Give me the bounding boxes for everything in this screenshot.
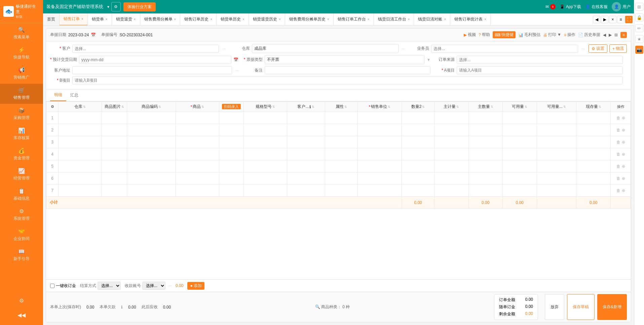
tab-sales-doc[interactable]: 销货单 × (88, 13, 112, 26)
row-2-warehouse[interactable] (59, 124, 102, 136)
row-3-spec[interactable] (244, 136, 287, 148)
row-6-warehouse[interactable] (59, 172, 102, 185)
row-4-attr[interactable] (325, 148, 357, 160)
row-1-copy-btn[interactable]: ⊕ (622, 116, 625, 120)
sidebar-item-sales[interactable]: 🛒 销售管理 (0, 84, 43, 104)
row-4-stock[interactable] (576, 148, 611, 160)
row-3-avail2[interactable] (537, 136, 576, 148)
address-more[interactable]: ··· (235, 68, 238, 72)
tab-sales-order-close[interactable]: × (81, 17, 83, 21)
warehouse-more[interactable]: ··· (402, 47, 405, 51)
row-7-main-qty[interactable] (468, 185, 503, 197)
tab-expense-history-close[interactable]: × (327, 17, 329, 21)
staff-more[interactable]: ··· (581, 47, 584, 51)
row-2-main-unit[interactable] (434, 124, 468, 136)
discard-button[interactable]: 放弃 (545, 294, 564, 320)
row-6-unit[interactable] (357, 172, 402, 185)
tab-more-btn[interactable]: ≡ (617, 16, 624, 23)
calendar-icon[interactable]: 📅 (91, 33, 96, 37)
row-2-copy-btn[interactable]: ⊕ (622, 128, 625, 132)
account-select[interactable]: 选择... (142, 282, 165, 290)
row-7-copy-btn[interactable]: ⊕ (622, 188, 625, 193)
th-main-qty[interactable]: 主数量⇅ (468, 102, 503, 112)
row-2-customer-code[interactable] (287, 124, 325, 136)
tab-sales-order-history-close[interactable]: × (210, 17, 212, 21)
th-settings[interactable]: ⚙ (46, 102, 59, 112)
row-1-delete-btn[interactable]: 🗑 (616, 116, 620, 120)
row-6-delete-btn[interactable]: 🗑 (616, 176, 620, 181)
online-service-btn[interactable]: 👤 在线客服 (585, 4, 608, 10)
row-3-stock[interactable] (576, 136, 611, 148)
th-avail[interactable]: 可用量⇅ (503, 102, 537, 112)
gear-button[interactable]: ⚙ (111, 2, 121, 11)
customer-more[interactable]: ··· (222, 47, 225, 51)
tab-order-workbench-close[interactable]: × (368, 17, 370, 21)
row-1-stock[interactable] (576, 112, 611, 124)
tab-sales-doc-history[interactable]: 销货单历史 × (217, 13, 249, 26)
row-2-spec[interactable] (244, 124, 287, 136)
row-6-main-unit[interactable] (434, 172, 468, 185)
sidebar-item-purchase[interactable]: 📦 采购管理 (0, 104, 43, 124)
rs-star-icon[interactable]: ★ (635, 35, 643, 43)
tab-sales-order-history[interactable]: 销售订单历史 × (180, 13, 217, 26)
tab-sales-doc-close[interactable]: × (106, 17, 108, 21)
tab-sales-stats-close[interactable]: × (484, 17, 486, 21)
row-2-main-qty[interactable] (468, 124, 503, 136)
th-product-img[interactable]: 商品图片⇅ (102, 102, 127, 112)
prev-doc-btn[interactable]: ◀ (603, 33, 606, 37)
row-4-main-qty[interactable] (468, 148, 503, 160)
single-date-value[interactable]: 2023-03-24 (68, 33, 89, 37)
th-stock[interactable]: 现存量⇅ (576, 102, 611, 112)
row-6-avail[interactable] (503, 172, 537, 185)
message-icon-area[interactable]: ✉ 9 (545, 4, 556, 9)
row-3-main-qty[interactable] (468, 136, 503, 148)
row-7-product[interactable] (176, 185, 219, 197)
row-3-unit[interactable] (357, 136, 402, 148)
profit-forecast-btn[interactable]: 📊毛利预估 (518, 32, 540, 38)
help-btn[interactable]: ?帮助 (479, 32, 490, 38)
row-7-product-code[interactable] (127, 185, 176, 197)
sidebar-item-system[interactable]: ⚙ 系统管理 (0, 205, 43, 225)
rs-camera-icon[interactable]: 📷 (635, 46, 643, 54)
row-6-stock[interactable] (576, 172, 611, 185)
row-1-main-qty[interactable] (468, 112, 503, 124)
sidebar-item-inventory[interactable]: 📊 库存核算 (0, 124, 43, 144)
row-4-warehouse[interactable] (59, 148, 102, 160)
save-draft-button[interactable]: 保存草稿 (567, 294, 595, 320)
row-2-product[interactable] (176, 124, 219, 136)
tab-daily-reconcile-close[interactable]: × (444, 17, 446, 21)
row-4-copy-btn[interactable]: ⊕ (622, 152, 625, 157)
one-click-checkbox[interactable] (50, 284, 54, 288)
row-4-main-unit[interactable] (434, 148, 468, 160)
video-btn[interactable]: ▶视频 (464, 32, 476, 38)
row-4-product-code[interactable] (127, 148, 176, 160)
row-7-avail2[interactable] (537, 185, 576, 197)
tab-sales-expense[interactable]: 销售费用分摊单 × (140, 13, 181, 26)
sidebar-item-operations[interactable]: 📈 经营管理 (0, 164, 43, 185)
tab-daily-reconcile[interactable]: 钱货日清对账 × (414, 13, 450, 26)
row-3-main-unit[interactable] (434, 136, 468, 148)
row-4-product[interactable] (176, 148, 219, 160)
row-5-avail2[interactable] (537, 160, 576, 172)
tab-return-history[interactable]: 销货退货历史 × (249, 13, 285, 26)
row-3-delete-btn[interactable]: 🗑 (616, 140, 620, 145)
row-5-main-qty[interactable] (468, 160, 503, 172)
tab-order-workbench[interactable]: 销售订单工作台 × (334, 13, 374, 26)
sidebar-item-finance[interactable]: 💰 资金管理 (0, 144, 43, 164)
row-1-avail2[interactable] (537, 112, 576, 124)
save-new-button[interactable]: 保存&新增 (597, 294, 627, 320)
th-avail2[interactable]: 可用量...⇅ (537, 102, 576, 112)
staff-input[interactable] (431, 45, 578, 53)
tab-sales-stats[interactable]: 销售订单统计表 × (450, 13, 491, 26)
th-attr[interactable]: 属性⇅ (325, 102, 357, 112)
row-5-warehouse[interactable] (59, 160, 102, 172)
tab-prev-btn[interactable]: ◀ (593, 16, 600, 23)
row-1-avail[interactable] (503, 112, 537, 124)
row-7-main-unit[interactable] (434, 185, 468, 197)
operations-btn[interactable]: ≡操作 (564, 32, 575, 38)
tab-sales-order[interactable]: 销售订单 × (60, 13, 88, 26)
tab-expense-history[interactable]: 销售费用分摊单历史 × (285, 13, 334, 26)
account-more[interactable]: ··· (168, 283, 172, 288)
sidebar-item-enterprise[interactable]: 🤝 企业协同 (0, 225, 43, 245)
history-doc-btn[interactable]: 📄历史单据 (578, 32, 600, 38)
